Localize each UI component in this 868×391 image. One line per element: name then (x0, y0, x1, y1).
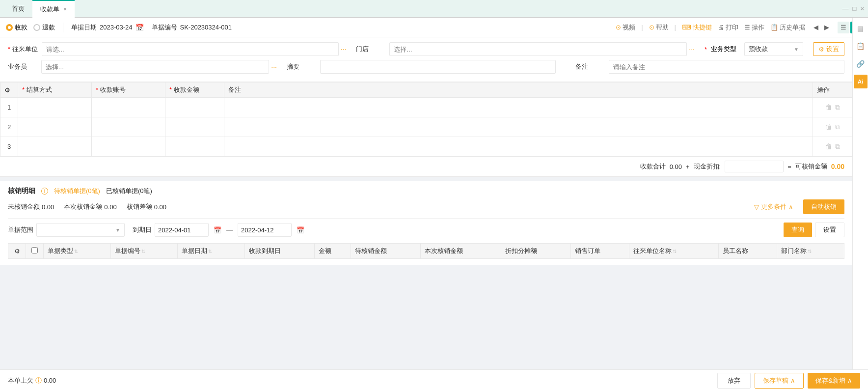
row-copy-icon-1[interactable]: ⧉ (835, 103, 840, 112)
date-from-input[interactable] (155, 223, 209, 237)
business-type-select[interactable]: 预收款 ▼ (744, 42, 803, 56)
row-delete-icon-2[interactable]: 🗑 (825, 123, 832, 131)
btn-print[interactable]: 🖨 打印 (718, 23, 738, 32)
row-settle-2[interactable] (18, 117, 92, 137)
summary-input[interactable] (320, 60, 556, 74)
store-input[interactable] (389, 42, 687, 56)
table-row: 2 🗑 ⧉ (0, 117, 852, 137)
row-amount-3[interactable] (165, 137, 224, 157)
dth-doc-type: 单据类型 ⇅ (44, 244, 111, 259)
btn-shortcut[interactable]: ⌨ 快捷键 (682, 23, 712, 32)
sidebar-table-icon[interactable]: ▤ (854, 22, 868, 35)
sidebar-ai-icon[interactable]: Ai (854, 75, 868, 88)
diff-value: 0.00 (154, 203, 166, 211)
dth-discount: 折扣分摊额 (501, 244, 571, 259)
window-max-icon[interactable]: □ (853, 5, 857, 12)
salesperson-more-icon[interactable]: ··· (271, 63, 277, 71)
main-content: * 往来单位 ··· 门店 ··· * 业务类型 预收款 ▼ (0, 37, 868, 369)
window-min-icon[interactable]: — (842, 5, 849, 12)
right-sidebar: ▤ 📋 🔗 Ai (852, 18, 868, 369)
salesperson-input[interactable] (41, 60, 269, 74)
btn-video[interactable]: ⊙ 视频 (616, 23, 635, 32)
row-account-1[interactable] (92, 98, 165, 117)
divider-1 (63, 23, 63, 32)
sidebar-doc-icon[interactable]: 📋 (854, 39, 868, 53)
row-account-3[interactable] (92, 137, 165, 157)
doc-date-label: 单据日期 (71, 23, 97, 32)
discount-input[interactable] (725, 161, 784, 172)
btn-help[interactable]: ⊙ 帮助 (649, 23, 669, 32)
current-writeoff-label: 本次核销金额 (64, 202, 102, 211)
row-delete-icon-1[interactable]: 🗑 (825, 103, 832, 112)
query-btn[interactable]: 查询 (784, 223, 812, 237)
settings-button[interactable]: ⚙ 设置 (813, 42, 844, 56)
more-conditions-btn[interactable]: ▽ 更多条件 ∧ (754, 202, 793, 211)
form-area: * 往来单位 ··· 门店 ··· * 业务类型 预收款 ▼ (0, 37, 852, 82)
row-remark-1[interactable] (224, 98, 813, 117)
th-gear[interactable]: ⚙ (0, 83, 18, 98)
date-to-input[interactable] (238, 223, 292, 237)
save-draft-label: 保存草稿 (763, 376, 788, 385)
row-delete-icon-3[interactable]: 🗑 (825, 142, 832, 151)
writeoff-header: 核销明细 i 待核销单据(0笔) 已核销单据(0笔) (8, 187, 844, 196)
store-more-icon[interactable]: ··· (689, 45, 695, 53)
radio-receive[interactable]: 收款 (6, 23, 27, 32)
abandon-btn[interactable]: 放弃 (717, 373, 751, 389)
note-field: 备注 (575, 60, 844, 74)
settings-label: 设置 (826, 45, 839, 54)
available-label: 可核销金额 (795, 162, 827, 171)
pending-tab[interactable]: 待核销单据(0笔) (54, 187, 100, 196)
nav-prev-btn[interactable]: ◀ (811, 23, 821, 32)
section-title: 核销明细 (8, 187, 35, 196)
btn-operation[interactable]: ☰ 操作 (744, 23, 764, 32)
stat-info-icon[interactable]: ⓘ (35, 376, 42, 385)
dth-gear[interactable]: ⚙ (8, 244, 26, 259)
select-all-checkbox[interactable] (31, 247, 38, 253)
th-amount: * 收款金额 (165, 83, 224, 98)
doc-range-select[interactable]: ▼ (36, 223, 125, 237)
row-copy-icon-3[interactable]: ⧉ (835, 142, 840, 151)
view-list-btn[interactable]: ☰ (838, 22, 849, 33)
nav-next-btn[interactable]: ▶ (822, 23, 832, 32)
total-label: 收款合计 (640, 162, 666, 171)
row-account-2[interactable] (92, 117, 165, 137)
auto-writeoff-btn[interactable]: 自动核销 (803, 199, 844, 214)
row-num-1: 1 (0, 98, 18, 117)
date-from-icon[interactable]: 📅 (214, 226, 221, 234)
date-to-icon[interactable]: 📅 (297, 226, 304, 234)
tab-close-icon[interactable]: × (63, 0, 67, 18)
settings-btn2[interactable]: 设置 (815, 223, 844, 237)
tab-home[interactable]: 首页 (4, 0, 32, 18)
detail-table-wrap: ⚙ 单据类型 ⇅ 单据编号 (8, 243, 844, 259)
sidebar-link-icon[interactable]: 🔗 (854, 57, 868, 71)
radio-refund[interactable]: 退款 (33, 23, 55, 32)
salesperson-field: 业务员 ··· (8, 60, 277, 74)
tab-bar: 首页 收款单 × — □ × (0, 0, 868, 18)
form-row-2: 业务员 ··· 摘要 备注 (8, 60, 844, 74)
doc-date-value: 2023-03-24 (100, 24, 133, 31)
note-input[interactable] (609, 60, 844, 74)
row-settle-3[interactable] (18, 137, 92, 157)
dth-due-date: 收款到期日 (244, 244, 314, 259)
window-close-icon[interactable]: × (860, 5, 864, 12)
date-range-field: 到期日 📅 — 📅 (133, 223, 304, 237)
stat-current: 本次核销金额 0.00 (64, 202, 116, 211)
row-settle-1[interactable] (18, 98, 92, 117)
btn-history[interactable]: 📋 历史单据 (770, 23, 805, 32)
row-copy-icon-2[interactable]: ⧉ (835, 123, 840, 131)
done-tab[interactable]: 已核销单据(0笔) (106, 187, 152, 196)
row-amount-1[interactable] (165, 98, 224, 117)
row-remark-2[interactable] (224, 117, 813, 137)
counterparty-input[interactable] (42, 42, 339, 56)
doc-date-icon[interactable]: 📅 (136, 24, 144, 31)
business-type-value: 预收款 (749, 45, 768, 54)
dth-checkbox[interactable] (26, 244, 44, 259)
counterparty-more-icon[interactable]: ··· (341, 45, 347, 53)
stat-label: 本单上欠 (8, 376, 33, 385)
save-draft-btn[interactable]: 保存草稿 ∧ (755, 373, 804, 389)
row-remark-3[interactable] (224, 137, 813, 157)
info-icon[interactable]: i (41, 188, 48, 195)
tab-active[interactable]: 收款单 × (32, 0, 75, 18)
row-amount-2[interactable] (165, 117, 224, 137)
save-new-btn[interactable]: 保存&新增 ∧ (808, 373, 860, 389)
